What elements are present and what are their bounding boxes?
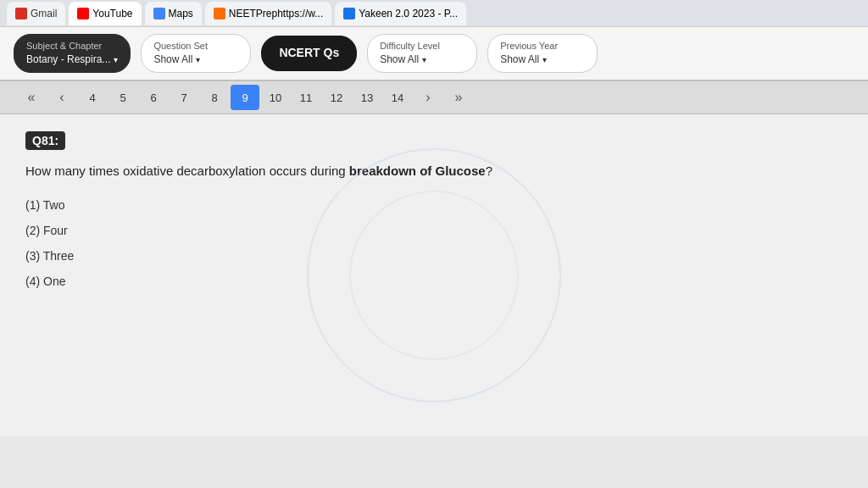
tab-yakeen-label: Yakeen 2.0 2023 - P...: [359, 8, 458, 19]
page-12[interactable]: 12: [322, 85, 351, 110]
filter-bar: Subject & Chapter Botany - Respira... ▾ …: [0, 27, 868, 81]
tab-youtube[interactable]: YouTube: [69, 2, 141, 25]
option-2[interactable]: (2) Four: [25, 224, 843, 237]
pagination-prev[interactable]: ‹: [47, 85, 76, 110]
tab-neet-label: NEETPrephttps://w...: [229, 8, 323, 19]
filter-difficulty[interactable]: Difficulty Level Show All ▾: [367, 34, 477, 73]
chevron-down-icon: ▾: [422, 54, 426, 66]
browser-tab-bar: Gmail YouTube Maps NEETPrephttps://w... …: [0, 0, 868, 27]
page-11[interactable]: 11: [292, 85, 320, 110]
filter-question-set-title: Question Set: [153, 40, 208, 53]
filter-difficulty-value: Show All ▾: [380, 53, 426, 67]
pagination-first[interactable]: «: [17, 85, 46, 110]
gmail-icon: [15, 8, 27, 19]
tab-yakeen[interactable]: Yakeen 2.0 2023 - P...: [335, 2, 466, 25]
neet-icon: [214, 8, 225, 19]
chevron-down-icon: ▾: [196, 54, 200, 66]
yakeen-icon: [343, 8, 355, 19]
question-text: How many times oxidative decarboxylation…: [25, 162, 843, 181]
maps-icon: [153, 8, 165, 19]
chevron-down-icon: ▾: [542, 54, 547, 66]
filter-subject-chapter-value: Botany - Respira... ▾: [26, 53, 118, 67]
page-7[interactable]: 7: [170, 85, 198, 110]
option-1[interactable]: (1) Two: [25, 198, 843, 212]
tab-maps[interactable]: Maps: [145, 2, 202, 25]
pagination-last[interactable]: »: [444, 85, 473, 110]
chevron-down-icon: ▾: [114, 54, 118, 66]
tab-maps-label: Maps: [169, 8, 193, 19]
tab-youtube-label: YouTube: [92, 8, 132, 19]
question-number: Q81:: [25, 131, 65, 150]
page-10[interactable]: 10: [261, 85, 290, 110]
filter-question-set-value: Show All ▾: [153, 53, 200, 67]
page-9[interactable]: 9: [231, 85, 259, 110]
filter-question-set[interactable]: Question Set Show All ▾: [141, 34, 251, 73]
pagination-next[interactable]: ›: [414, 85, 442, 110]
tab-gmail[interactable]: Gmail: [7, 2, 65, 25]
filter-difficulty-title: Difficulty Level: [380, 40, 440, 53]
filter-previous-year-title: Previous Year: [500, 40, 558, 53]
filter-subject-chapter[interactable]: Subject & Chapter Botany - Respira... ▾: [14, 34, 131, 73]
page-14[interactable]: 14: [383, 85, 412, 110]
filter-previous-year[interactable]: Previous Year Show All ▾: [487, 34, 598, 73]
pagination-bar: « ‹ 4 5 6 7 8 9 10 11 12 13 14 › »: [0, 81, 868, 114]
tab-neet[interactable]: NEETPrephttps://w...: [205, 2, 331, 25]
tab-gmail-label: Gmail: [31, 8, 57, 19]
youtube-icon: [77, 8, 89, 19]
page-8[interactable]: 8: [200, 85, 229, 110]
page-4[interactable]: 4: [78, 85, 107, 110]
page-5[interactable]: 5: [108, 85, 137, 110]
option-3[interactable]: (3) Three: [25, 249, 843, 263]
page-13[interactable]: 13: [353, 85, 381, 110]
option-4[interactable]: (4) One: [25, 274, 843, 288]
filter-ncert-label: NCERT Qs: [279, 45, 339, 62]
page-6[interactable]: 6: [139, 85, 168, 110]
filter-previous-year-value: Show All ▾: [500, 53, 547, 67]
filter-subject-chapter-title: Subject & Chapter: [26, 40, 102, 53]
main-content: Q81: How many times oxidative decarboxyl…: [0, 114, 868, 436]
filter-ncert[interactable]: NCERT Qs: [261, 36, 357, 71]
